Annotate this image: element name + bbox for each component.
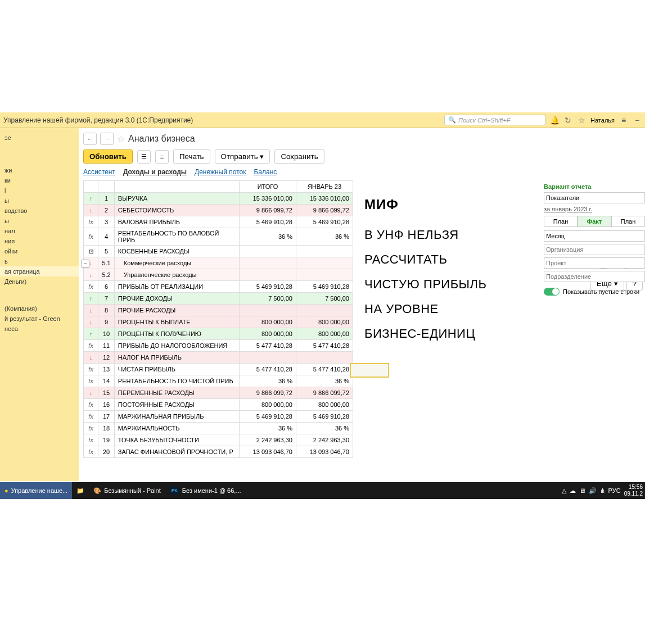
variant-input[interactable] bbox=[544, 192, 645, 203]
tab-cashflow[interactable]: Денежный поток bbox=[195, 168, 246, 176]
sidebar-item[interactable]: водство bbox=[0, 206, 79, 216]
dept-input[interactable] bbox=[544, 271, 645, 282]
chevron-down-icon: ▾ bbox=[260, 152, 264, 161]
row-number: 16 bbox=[98, 399, 115, 411]
tab-income-expenses[interactable]: Доходы и расходы bbox=[123, 168, 187, 176]
table-row[interactable]: ↓9ПРОЦЕНТЫ К ВЫПЛАТЕ800 000,00800 000,00 bbox=[84, 316, 353, 328]
row-label: НАЛОГ НА ПРИБЫЛЬ bbox=[114, 352, 239, 364]
seg-planfact[interactable]: План bbox=[611, 216, 645, 227]
star-icon[interactable]: ☆ bbox=[577, 116, 586, 125]
table-row[interactable]: ↓2СЕБЕСТОИМОСТЬ9 866 099,729 866 099,72 bbox=[84, 205, 353, 216]
history-icon[interactable]: ↻ bbox=[563, 116, 572, 125]
row-month: 5 469 910,28 bbox=[296, 281, 353, 293]
bell-icon[interactable]: 🔔 bbox=[550, 116, 559, 125]
tray-sound-icon[interactable]: 🔊 bbox=[589, 487, 597, 495]
sidebar-item[interactable]: ойки bbox=[0, 246, 79, 256]
row-indicator: ↓ bbox=[84, 269, 98, 281]
back-button[interactable]: ← bbox=[83, 133, 97, 145]
selected-cell[interactable] bbox=[350, 363, 389, 378]
print-button[interactable]: Печать bbox=[173, 149, 210, 164]
row-total bbox=[239, 269, 296, 281]
taskbar-app-1c[interactable]: ● Управление наше... bbox=[0, 482, 72, 499]
user-name[interactable]: Наталья bbox=[590, 117, 615, 124]
tray-cloud-icon[interactable]: ☁ bbox=[570, 487, 576, 495]
taskbar-paint[interactable]: 🎨 Безымянный - Paint bbox=[89, 482, 165, 499]
update-button[interactable]: Обновить bbox=[83, 149, 133, 164]
sidebar-item[interactable]: й результат - Green bbox=[0, 314, 79, 324]
row-indicator: ↓ bbox=[84, 205, 98, 216]
table-row[interactable]: ↑7ПРОЧИЕ ДОХОДЫ7 500,007 500,00 bbox=[84, 293, 353, 305]
sidebar-item[interactable]: Деньги) bbox=[0, 276, 79, 287]
seg-fact[interactable]: Факт bbox=[578, 216, 611, 227]
tab-assistant[interactable]: Ассистент bbox=[83, 168, 115, 176]
tab-balance[interactable]: Баланс bbox=[254, 168, 277, 176]
forward-button[interactable]: → bbox=[100, 133, 114, 145]
save-button[interactable]: Сохранить bbox=[274, 149, 324, 164]
tray-drive-icon[interactable]: △ bbox=[562, 487, 566, 495]
table-row[interactable]: ↓5.1Коммерческие расходы bbox=[84, 257, 353, 269]
table-row[interactable]: fx16ПОСТОЯННЫЕ РАСХОДЫ800 000,00800 000,… bbox=[84, 399, 353, 411]
report-options-panel: Вариант отчета за январь 2023 г. План Фа… bbox=[544, 183, 645, 296]
table-row[interactable]: ↓12НАЛОГ НА ПРИБЫЛЬ bbox=[84, 352, 353, 364]
row-month: 7 500,00 bbox=[296, 293, 353, 305]
table-row[interactable]: ↓15ПЕРЕМЕННЫЕ РАСХОДЫ9 866 099,729 866 0… bbox=[84, 387, 353, 399]
table-row[interactable]: ↓8ПРОЧИЕ РАСХОДЫ bbox=[84, 305, 353, 316]
show-empty-toggle[interactable] bbox=[544, 288, 560, 296]
app-title: Управление нашей фирмой, редакция 3.0 (1… bbox=[3, 116, 193, 124]
sidebar-item[interactable]: ния bbox=[0, 236, 79, 246]
row-indicator: ⊡ bbox=[84, 246, 98, 257]
table-row[interactable]: fx13ЧИСТАЯ ПРИБЫЛЬ5 477 410,285 477 410,… bbox=[84, 364, 353, 375]
collapse-all-icon[interactable]: ≡ bbox=[155, 150, 169, 164]
table-row[interactable]: fx19ТОЧКА БЕЗУБЫТОЧНОСТИ2 242 963,302 24… bbox=[84, 434, 353, 446]
row-number: 11 bbox=[98, 340, 115, 352]
taskbar: ● Управление наше... 📁 🎨 Безымянный - Pa… bbox=[0, 482, 645, 499]
table-row[interactable]: fx18МАРЖИНАЛЬНОСТЬ36 %36 % bbox=[84, 423, 353, 434]
sidebar-item[interactable]: неса bbox=[0, 324, 79, 334]
sidebar-item[interactable]: ы bbox=[0, 196, 79, 206]
row-month: 9 866 099,72 bbox=[296, 387, 353, 399]
sidebar-item[interactable]: ы bbox=[0, 216, 79, 226]
tray-clock[interactable]: 15:56 09.11.2 bbox=[624, 484, 643, 497]
menu-icon[interactable]: ≡ bbox=[619, 116, 628, 125]
tray-usb-icon[interactable]: ⋔ bbox=[600, 487, 605, 495]
table-row[interactable]: fx14РЕНТАБЕЛЬНОСТЬ ПО ЧИСТОЙ ПРИБ36 %36 … bbox=[84, 375, 353, 387]
row-month: 13 093 046,70 bbox=[296, 446, 353, 458]
table-row[interactable]: fx20ЗАПАС ФИНАНСОВОЙ ПРОЧНОСТИ, Р13 093 … bbox=[84, 446, 353, 458]
favorite-icon[interactable]: ☆ bbox=[117, 134, 125, 144]
sidebar-item[interactable]: (Компания) bbox=[0, 303, 79, 314]
collapse-toggle[interactable]: − bbox=[82, 260, 89, 267]
row-label: ПРОЦЕНТЫ К ВЫПЛАТЕ bbox=[114, 316, 239, 328]
taskbar-photoshop[interactable]: Ps Без имени-1 @ 66,... bbox=[165, 482, 246, 499]
table-row[interactable]: fx17МАРЖИНАЛЬНАЯ ПРИБЫЛЬ5 469 910,285 46… bbox=[84, 411, 353, 423]
sidebar-item[interactable]: і bbox=[0, 185, 79, 196]
sidebar-item[interactable]: жи bbox=[0, 165, 79, 175]
minimize-icon[interactable]: − bbox=[633, 116, 642, 125]
row-label: ПОСТОЯННЫЕ РАСХОДЫ bbox=[114, 399, 239, 411]
row-indicator: ↑ bbox=[84, 293, 98, 305]
sidebar-item[interactable]: нал bbox=[0, 226, 79, 236]
table-row[interactable]: fx4РЕНТАБЕЛЬНОСТЬ ПО ВАЛОВОЙ ПРИБ36 %36 … bbox=[84, 228, 353, 246]
sidebar-item-active[interactable]: ая страница bbox=[0, 266, 79, 276]
tray-monitor-icon[interactable]: 🖥 bbox=[579, 487, 585, 494]
table-row[interactable]: fx3ВАЛОВАЯ ПРИБЫЛЬ5 469 910,285 469 910,… bbox=[84, 216, 353, 228]
table-row[interactable]: ↓5.2Управленческие расходы bbox=[84, 269, 353, 281]
table-row[interactable]: fx6ПРИБЫЛЬ ОТ РЕАЛИЗАЦИИ5 469 910,285 46… bbox=[84, 281, 353, 293]
org-input[interactable] bbox=[544, 244, 645, 255]
period-link[interactable]: за январь 2023 г. bbox=[544, 206, 645, 212]
tray-lang[interactable]: РУС bbox=[608, 487, 621, 494]
sidebar-item[interactable]: ь bbox=[0, 256, 79, 266]
project-input[interactable] bbox=[544, 257, 645, 269]
sidebar-item[interactable]: эе bbox=[0, 133, 79, 143]
table-row[interactable]: fx11ПРИБЫЛЬ ДО НАЛОГООБЛОЖЕНИЯ5 477 410,… bbox=[84, 340, 353, 352]
sidebar-item[interactable]: ки bbox=[0, 175, 79, 185]
seg-plan[interactable]: План bbox=[544, 216, 578, 227]
search-input[interactable]: 🔍 Поиск Ctrl+Shift+F bbox=[444, 115, 545, 125]
expand-all-icon[interactable]: ☰ bbox=[137, 150, 151, 164]
table-row[interactable]: ↑10ПРОЦЕНТЫ К ПОЛУЧЕНИЮ800 000,00800 000… bbox=[84, 328, 353, 340]
row-total: 2 242 963,30 bbox=[239, 434, 296, 446]
month-input[interactable] bbox=[544, 230, 645, 242]
table-row[interactable]: ⊡5КОСВЕННЫЕ РАСХОДЫ bbox=[84, 246, 353, 257]
table-row[interactable]: ↑1ВЫРУЧКА15 336 010,0015 336 010,00 bbox=[84, 193, 353, 205]
send-button[interactable]: Отправить ▾ bbox=[215, 149, 270, 164]
taskbar-explorer[interactable]: 📁 bbox=[72, 482, 89, 499]
